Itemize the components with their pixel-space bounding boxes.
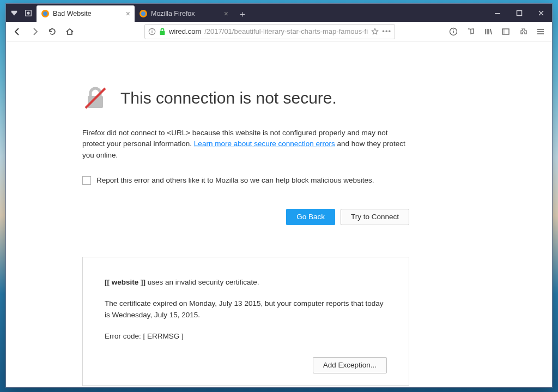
sidebar-icon[interactable] — [498, 23, 514, 40]
library-icon[interactable] — [480, 23, 496, 40]
cert-invalid-text: uses an invalid security certificate. — [145, 278, 259, 286]
tracking-protection-icon[interactable] — [445, 23, 462, 40]
pocket-icon[interactable] — [8, 7, 20, 19]
svg-rect-14 — [453, 29, 453, 30]
svg-rect-13 — [453, 31, 453, 33]
window-controls — [487, 4, 552, 22]
action-buttons: Go Back Try to Connect — [82, 209, 409, 225]
tab-mozilla-firefox[interactable]: Mozilla Firefox × — [135, 5, 233, 22]
reload-button[interactable] — [44, 23, 60, 40]
close-tab-icon[interactable]: × — [224, 9, 228, 18]
tab-bad-website[interactable]: Bad Website × — [37, 5, 135, 22]
go-back-button[interactable]: Go Back — [286, 209, 335, 225]
url-bar[interactable]: wired.com/2017/01/beautiful-literary-sta… — [144, 24, 395, 39]
toolbar: wired.com/2017/01/beautiful-literary-sta… — [6, 22, 552, 41]
cert-expired-line: The certificate expired on Monday, July … — [105, 298, 387, 321]
system-tray-icons — [6, 4, 37, 22]
back-button[interactable] — [9, 23, 26, 40]
extension-icon[interactable] — [22, 7, 34, 19]
firefox-favicon-icon — [41, 9, 50, 18]
svg-rect-10 — [151, 29, 152, 30]
insecure-lock-icon — [82, 85, 108, 111]
report-error-checkbox[interactable] — [82, 176, 91, 185]
hamburger-menu-icon[interactable] — [532, 23, 549, 40]
tab-label: Mozilla Firefox — [151, 10, 195, 17]
info-icon[interactable] — [148, 28, 156, 35]
tab-label: Bad Website — [53, 10, 92, 17]
svg-rect-7 — [517, 10, 522, 15]
report-error-row: Report this error and others like it to … — [82, 176, 498, 185]
maximize-button[interactable] — [508, 4, 530, 22]
tab-strip: Bad Website × Mozilla Firefox × ＋ — [37, 4, 487, 22]
new-tab-button[interactable]: ＋ — [235, 7, 250, 22]
titlebar: Bad Website × Mozilla Firefox × ＋ — [6, 4, 552, 22]
close-window-button[interactable] — [530, 4, 552, 22]
try-to-connect-button[interactable]: Try to Connect — [341, 209, 409, 225]
svg-point-5 — [141, 11, 145, 16]
browser-window: Bad Website × Mozilla Firefox × ＋ — [5, 3, 553, 388]
page-content: This connection is not secure. Firefox d… — [6, 41, 552, 387]
firefox-favicon-icon — [139, 9, 148, 18]
svg-rect-9 — [151, 31, 152, 33]
close-tab-icon[interactable]: × — [126, 9, 130, 18]
forward-button[interactable] — [27, 23, 43, 40]
svg-rect-11 — [160, 31, 165, 35]
lock-icon[interactable] — [159, 28, 166, 35]
site-placeholder: [[ website ]] — [105, 278, 145, 286]
reader-mode-icon[interactable] — [463, 23, 479, 40]
svg-rect-6 — [495, 13, 500, 14]
report-error-label: Report this error and others like it to … — [96, 176, 374, 184]
url-path: /2017/01/beautiful-literary-star-charts-… — [204, 27, 368, 35]
error-code-line: Error code: [ ERRMSG ] — [105, 331, 387, 342]
extension-toolbar-icon[interactable] — [515, 23, 531, 40]
page-heading: This connection is not secure. — [120, 89, 337, 107]
minimize-button[interactable] — [487, 4, 508, 22]
certificate-details-box: [[ website ]] uses an invalid security c… — [82, 257, 409, 387]
svg-rect-16 — [502, 29, 505, 34]
cert-invalid-line: [[ website ]] uses an invalid security c… — [105, 277, 387, 288]
learn-more-link[interactable]: Learn more about secure connection error… — [194, 140, 335, 148]
url-host: wired.com — [169, 27, 201, 35]
add-exception-button[interactable]: Add Exception... — [313, 357, 387, 373]
bookmark-star-icon[interactable] — [371, 28, 379, 35]
home-button[interactable] — [62, 23, 78, 40]
page-actions-icon[interactable]: ••• — [382, 27, 391, 35]
warning-body: Firefox did not connect to <URL> because… — [82, 128, 409, 161]
svg-point-1 — [27, 11, 29, 14]
svg-point-3 — [43, 11, 47, 16]
